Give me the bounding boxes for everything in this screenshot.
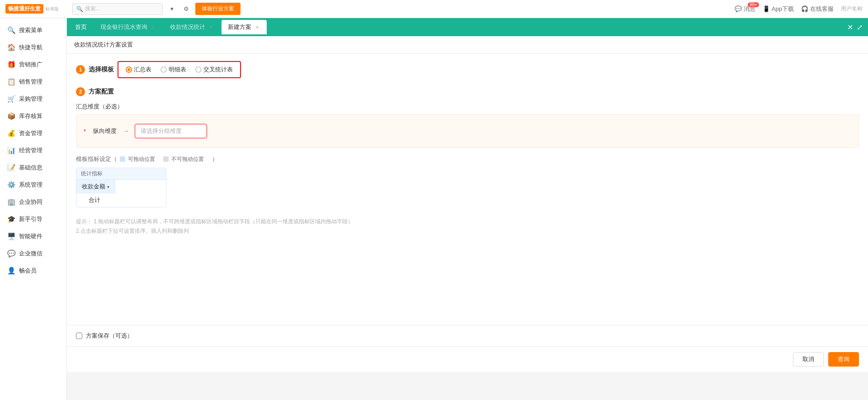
save-checkbox[interactable] xyxy=(76,333,82,339)
sidebar-label-management: 经营管理 xyxy=(19,146,42,155)
radio-summary[interactable]: 汇总表 xyxy=(126,66,151,74)
tab-home[interactable]: 首页 xyxy=(69,20,93,34)
radio-summary-dot xyxy=(126,66,132,73)
gear-icon[interactable]: ⚙ xyxy=(181,4,192,14)
stats-col1-label: 收款金额 xyxy=(82,183,105,191)
message-item[interactable]: 💬 消息 99+ xyxy=(735,5,755,13)
close-window-icon[interactable]: ✕ xyxy=(847,23,853,32)
user-name[interactable]: 用户名称 xyxy=(841,5,863,13)
dropdown-arrow[interactable]: ▾ xyxy=(166,4,177,14)
sidebar-label-sales: 销售管理 xyxy=(19,78,42,86)
vertical-dimension-label: 纵向维度 xyxy=(93,127,117,135)
sidebar-label-member: 畅会员 xyxy=(19,267,37,275)
money-icon: 💰 xyxy=(7,129,15,137)
stats-col1-header[interactable]: 收款金额 ▾ xyxy=(76,180,115,193)
sidebar-item-hardware[interactable]: 🖥️ 智能硬件 xyxy=(0,228,66,245)
tab-new-plan-close[interactable]: × xyxy=(254,24,260,30)
expand-icon[interactable]: ⤢ xyxy=(857,23,863,32)
sidebar: 🔍 搜索菜单 🏠 快捷导航 🎁 营销推广 📋 销售管理 🛒 采购管理 📦 库存核… xyxy=(0,18,67,400)
radio-cross[interactable]: 交叉统计表 xyxy=(195,66,233,74)
dimension-area: * 纵向维度 → 请选择分组维度 xyxy=(76,114,859,148)
top-bar-right: 💬 消息 99+ 📱 App下载 🎧 在线客服 用户名称 xyxy=(735,5,863,13)
search-placeholder: 搜索... xyxy=(85,5,100,13)
indicator-settings: 模板指标设定（ 可拖动位置 不可拖动位置 ） xyxy=(76,155,859,209)
radio-summary-label: 汇总表 xyxy=(134,66,151,74)
save-label: 方案保存（可选） xyxy=(86,332,133,340)
cart-icon: 🛒 xyxy=(7,95,15,103)
indicator-title-text: 模板指标设定（ xyxy=(76,155,117,163)
sidebar-item-basic-info[interactable]: 📝 基础信息 xyxy=(0,159,66,176)
hint2: 2.点击标题栏下拉可设置排序、插入列和删除列 xyxy=(76,227,859,235)
tab-new-plan-label: 新建方案 xyxy=(228,23,251,31)
sidebar-item-management[interactable]: 📊 经营管理 xyxy=(0,142,66,159)
hint-area: 提示： 1.拖动标题栏可以调整布局，不可跨维度或指标区域拖动栏目字段（只能在同一… xyxy=(76,218,859,235)
stats-row1-cell: 合计 xyxy=(76,193,113,207)
download-label: App下载 xyxy=(772,5,794,13)
home-icon: 🏠 xyxy=(7,43,15,52)
sidebar-item-finance[interactable]: 💰 资金管理 xyxy=(0,125,66,142)
form-area: 1 选择模板 汇总表 明细表 xyxy=(67,54,868,325)
radio-cross-label: 交叉统计表 xyxy=(203,66,233,74)
stats-label: 统计指标 xyxy=(81,170,103,177)
service-icon: 🎧 xyxy=(801,5,808,12)
guide-icon: 🎓 xyxy=(7,215,15,223)
sidebar-label-purchase: 采购管理 xyxy=(19,95,42,103)
tab-cashflow-close[interactable]: × xyxy=(150,24,156,30)
sidebar-item-member[interactable]: 👤 畅会员 xyxy=(0,262,66,279)
cancel-button[interactable]: 取消 xyxy=(793,352,824,367)
non-draggable-label: 不可拖动位置 xyxy=(171,155,204,163)
sidebar-item-search[interactable]: 🔍 搜索菜单 xyxy=(0,22,66,39)
step1-number: 1 xyxy=(76,65,85,74)
tab-cashflow[interactable]: 现金银行流水查询 × xyxy=(94,20,163,34)
chart-icon: 📊 xyxy=(7,146,15,155)
sidebar-item-sales[interactable]: 📋 销售管理 xyxy=(0,73,66,90)
sidebar-item-system[interactable]: ⚙️ 系统管理 xyxy=(0,176,66,193)
sidebar-label-finance: 资金管理 xyxy=(19,129,42,137)
stats-table: 统计指标 收款金额 ▾ 合计 xyxy=(76,168,166,207)
tab-payment-close[interactable]: × xyxy=(208,24,214,30)
search-icon: 🔍 xyxy=(7,26,15,34)
sidebar-label-collab: 企业协同 xyxy=(19,198,42,206)
message-badge: 99+ xyxy=(748,2,759,7)
sidebar-label-system: 系统管理 xyxy=(19,181,42,189)
draggable-legend: 可拖动位置 xyxy=(120,155,155,163)
stats-body-row: 合计 xyxy=(76,193,166,207)
required-star: * xyxy=(84,128,86,135)
tab-home-label: 首页 xyxy=(75,23,87,31)
step2-title: 方案配置 xyxy=(89,88,114,96)
query-button[interactable]: 查询 xyxy=(828,352,859,367)
sidebar-item-wechat[interactable]: 💬 企业微信 xyxy=(0,245,66,262)
tab-payment[interactable]: 收款情况统计 × xyxy=(164,20,221,34)
arrow-icon: → xyxy=(122,127,129,135)
sidebar-item-inventory[interactable]: 📦 库存核算 xyxy=(0,108,66,125)
non-draggable-dot xyxy=(163,156,169,162)
sidebar-item-purchase[interactable]: 🛒 采购管理 xyxy=(0,90,66,108)
sidebar-item-collab[interactable]: 🏢 企业协同 xyxy=(0,193,66,211)
sidebar-item-guide[interactable]: 🎓 新手引导 xyxy=(0,211,66,228)
download-item[interactable]: 📱 App下载 xyxy=(763,5,794,13)
info-icon: 📝 xyxy=(7,164,15,172)
footer-bar: 取消 查询 xyxy=(67,346,868,372)
non-draggable-legend: 不可拖动位置 xyxy=(163,155,204,163)
sidebar-label-search: 搜索菜单 xyxy=(19,26,42,34)
dimension-select[interactable]: 请选择分组维度 xyxy=(135,124,207,138)
step1-title: 选择模板 xyxy=(89,66,114,74)
industry-btn[interactable]: 体验行业方案 xyxy=(195,3,241,15)
step2-header: 2 方案配置 xyxy=(76,87,859,96)
logo: 畅捷通好生意 标准版 xyxy=(5,1,69,17)
step2-number: 2 xyxy=(76,87,85,96)
tab-new-plan[interactable]: 新建方案 × xyxy=(222,20,267,34)
page-header: 收款情况统计方案设置 xyxy=(67,36,868,54)
service-item[interactable]: 🎧 在线客服 xyxy=(801,5,834,13)
radio-detail-dot xyxy=(160,66,167,73)
sidebar-item-nav[interactable]: 🏠 快捷导航 xyxy=(0,39,66,56)
sidebar-item-marketing[interactable]: 🎁 营销推广 xyxy=(0,56,66,73)
tab-bar-actions: ✕ ⤢ xyxy=(847,23,866,32)
main-area: 首页 现金银行流水查询 × 收款情况统计 × 新建方案 × ✕ ⤢ xyxy=(67,18,868,400)
radio-detail[interactable]: 明细表 xyxy=(160,66,186,74)
sidebar-label-hardware: 智能硬件 xyxy=(19,232,42,240)
search-bar[interactable]: 🔍 搜索... xyxy=(72,3,163,15)
sidebar-label-inventory: 库存核算 xyxy=(19,112,42,120)
dimension-row: * 纵向维度 → 请选择分组维度 xyxy=(84,124,851,138)
sidebar-label-guide: 新手引导 xyxy=(19,215,42,223)
